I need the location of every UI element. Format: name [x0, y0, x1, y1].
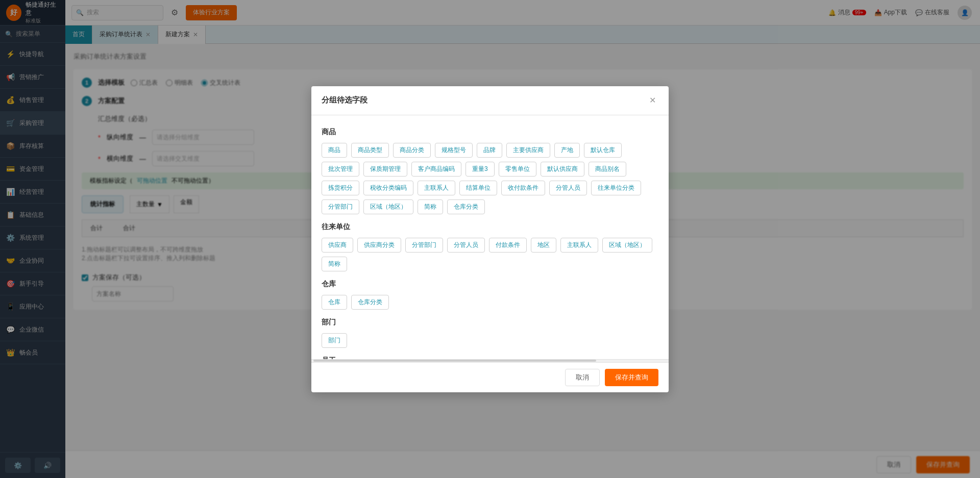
tag-default-warehouse[interactable]: 默认仓库 — [584, 143, 622, 158]
section-warehouse-tags: 仓库 仓库分类 — [322, 295, 658, 310]
tag-batch-mgmt[interactable]: 批次管理 — [322, 162, 359, 177]
tag-warehouse[interactable]: 仓库 — [322, 295, 347, 310]
tag-area[interactable]: 地区 — [531, 238, 556, 253]
tag-partner-manager[interactable]: 分管人员 — [447, 238, 485, 253]
modal-overlay: 分组待选字段 ✕ 商品 商品 商品类型 商品分类 规格型号 品牌 主要供应商 产… — [0, 0, 980, 478]
tag-customer-code[interactable]: 客户商品编码 — [411, 162, 461, 177]
section-department-tags: 部门 — [322, 333, 658, 348]
tag-settlement-unit[interactable]: 结算单位 — [459, 181, 497, 195]
tag-partner-dept[interactable]: 分管部门 — [405, 238, 443, 253]
tag-pay-terms[interactable]: 付款条件 — [489, 238, 527, 253]
section-product-tags: 商品 商品类型 商品分类 规格型号 品牌 主要供应商 产地 默认仓库 批次管理 … — [322, 143, 658, 214]
tag-dept[interactable]: 分管部门 — [322, 199, 359, 214]
tag-tax-code[interactable]: 税收分类编码 — [363, 181, 413, 195]
tag-payment-terms[interactable]: 收付款条件 — [501, 181, 545, 195]
tag-brand[interactable]: 品牌 — [477, 143, 502, 158]
tag-department[interactable]: 部门 — [322, 333, 347, 348]
tag-supplier[interactable]: 供应商 — [322, 238, 353, 253]
tag-pick-points[interactable]: 拣货积分 — [322, 181, 359, 195]
section-partner-title: 往来单位 — [322, 222, 658, 232]
section-department-title: 部门 — [322, 318, 658, 327]
tag-origin[interactable]: 产地 — [554, 143, 580, 158]
tag-partner-region[interactable]: 区域（地区） — [602, 238, 652, 253]
tag-supplier-category[interactable]: 供应商分类 — [357, 238, 401, 253]
modal-title: 分组待选字段 — [322, 95, 368, 105]
modal-confirm-button[interactable]: 保存并查询 — [605, 369, 658, 386]
tag-product[interactable]: 商品 — [322, 143, 347, 158]
tag-product-alias[interactable]: 商品别名 — [589, 162, 626, 177]
section-partner-tags: 供应商 供应商分类 分管部门 分管人员 付款条件 地区 主联系人 区域（地区） … — [322, 238, 658, 271]
tag-retail-unit[interactable]: 零售单位 — [499, 162, 536, 177]
modal-footer: 取消 保存并查询 — [311, 362, 669, 392]
tag-wh-category[interactable]: 仓库分类 — [351, 295, 389, 310]
tag-main-contact[interactable]: 主联系人 — [418, 181, 455, 195]
tag-product-category[interactable]: 商品分类 — [393, 143, 431, 158]
tag-partner-category[interactable]: 往来单位分类 — [591, 181, 641, 195]
tag-partner-short[interactable]: 简称 — [322, 257, 347, 271]
section-warehouse-title: 仓库 — [322, 280, 658, 289]
modal-body: 商品 商品 商品类型 商品分类 规格型号 品牌 主要供应商 产地 默认仓库 批次… — [311, 115, 669, 359]
tag-default-supplier[interactable]: 默认供应商 — [541, 162, 584, 177]
tag-product-type[interactable]: 商品类型 — [351, 143, 389, 158]
tag-partner-contact[interactable]: 主联系人 — [560, 238, 598, 253]
tag-shelf-life[interactable]: 保质期管理 — [363, 162, 407, 177]
tag-main-supplier[interactable]: 主要供应商 — [506, 143, 550, 158]
scrollbar-thumb-h — [313, 360, 596, 362]
tag-manager[interactable]: 分管人员 — [549, 181, 587, 195]
tag-warehouse-category[interactable]: 仓库分类 — [447, 199, 485, 214]
modal-close-button[interactable]: ✕ — [646, 94, 658, 107]
tag-region[interactable]: 区域（地区） — [363, 199, 413, 214]
section-product-title: 商品 — [322, 128, 658, 137]
modal-cancel-button[interactable]: 取消 — [565, 369, 600, 386]
tag-weight[interactable]: 重量3 — [465, 162, 495, 177]
tag-spec-model[interactable]: 规格型号 — [435, 143, 473, 158]
modal-dialog: 分组待选字段 ✕ 商品 商品 商品类型 商品分类 规格型号 品牌 主要供应商 产… — [311, 86, 669, 392]
tag-short-name[interactable]: 简称 — [418, 199, 443, 214]
modal-header: 分组待选字段 ✕ — [311, 86, 669, 115]
